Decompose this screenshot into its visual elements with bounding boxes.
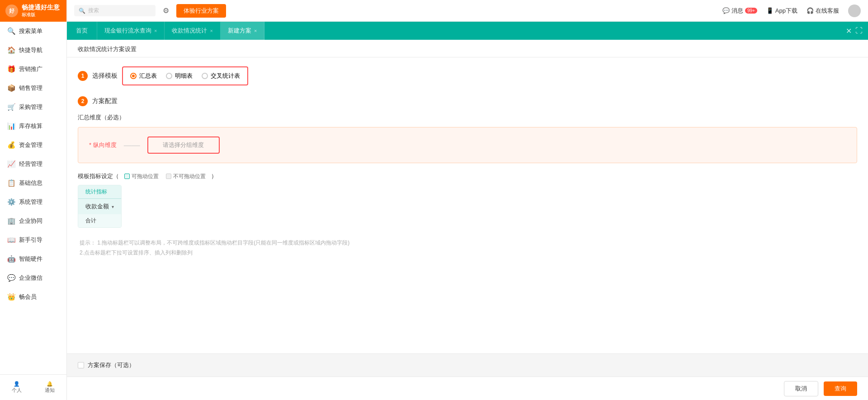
content-area: 收款情况统计方案设置 1 选择模板 汇总表 明细表 — [67, 40, 868, 376]
member-icon: 👑 — [7, 293, 15, 301]
metric-name-label: 收款金额 — [85, 202, 109, 211]
tab-bank-flow-close[interactable]: × — [154, 28, 157, 33]
marketing-icon: 🎁 — [7, 65, 15, 73]
inventory-icon: 📊 — [7, 122, 15, 130]
step1-header: 1 选择模板 汇总表 明细表 交叉统计表 — [78, 66, 857, 85]
config-section: 汇总维度（必选） * 纵向维度 —— 请选择分组维度 模板指标设定（ — [78, 113, 857, 258]
tab-bank-flow[interactable]: 现金银行流水查询 × — [97, 22, 165, 40]
sidebar-label-quick-nav: 快捷导航 — [19, 46, 42, 54]
online-service-item[interactable]: 🎧 在线客服 — [807, 7, 839, 15]
settings-icon[interactable]: ⚙ — [163, 6, 169, 15]
main-area: 🔍 搜索 ⚙ 体验行业方案 💬 消息 99+ 📱 App下载 🎧 在线客服 首页 — [67, 0, 868, 400]
sidebar-item-finance[interactable]: 💰 资金管理 — [0, 136, 66, 155]
step1-title: 选择模板 — [92, 72, 118, 80]
radio-detail[interactable]: 明细表 — [166, 72, 193, 80]
metric-table: 统计指标 收款金额 ▾ 合计 — [78, 185, 122, 228]
tab-close-all-icon[interactable]: ✕ — [846, 27, 852, 35]
tab-collection-stats[interactable]: 收款情况统计 × — [165, 22, 220, 40]
step1-section: 1 选择模板 汇总表 明细表 交叉统计表 — [78, 66, 857, 85]
metric-title-close: ） — [211, 172, 217, 180]
notification-item[interactable]: 💬 消息 99+ — [722, 7, 757, 15]
dimension-placeholder-box[interactable]: 请选择分组维度 — [147, 136, 220, 154]
save-checkbox[interactable] — [78, 362, 84, 368]
service-icon: 🎧 — [807, 7, 814, 14]
step2-header: 2 方案配置 — [78, 96, 857, 106]
app-download-item[interactable]: 📱 App下载 — [766, 7, 797, 15]
sidebar-label-purchase: 采购管理 — [19, 103, 42, 111]
tip-1: 提示： 1.拖动标题栏可以调整布局，不可跨维度或指标区域拖动栏目字段(只能在同一… — [78, 238, 857, 248]
tab-home[interactable]: 首页 — [67, 22, 97, 40]
wechat-icon: 💬 — [7, 274, 15, 282]
user-avatar[interactable] — [848, 5, 861, 17]
topbar: 🔍 搜索 ⚙ 体验行业方案 💬 消息 99+ 📱 App下载 🎧 在线客服 — [67, 0, 868, 22]
dimension-placeholder-text: 请选择分组维度 — [163, 141, 204, 148]
tab-home-label: 首页 — [76, 27, 88, 35]
topbar-search-box[interactable]: 🔍 搜索 — [74, 5, 156, 16]
metric-section-label: 模板指标设定（ — [78, 172, 119, 180]
radio-cross-circle — [202, 73, 208, 79]
smart-hw-icon: 🤖 — [7, 255, 15, 263]
sidebar-label-basic-info: 基础信息 — [19, 179, 42, 187]
radio-cross[interactable]: 交叉统计表 — [202, 72, 240, 80]
sidebar-item-quick-nav[interactable]: 🏠 快捷导航 — [0, 41, 66, 60]
sidebar-item-guide[interactable]: 📖 新手引导 — [0, 231, 66, 249]
purchase-icon: 🛒 — [7, 103, 15, 111]
metric-legend: 可拖动位置 不可拖动位置 — [124, 173, 206, 180]
sidebar-item-marketing[interactable]: 🎁 营销推广 — [0, 60, 66, 79]
sidebar-label-finance: 资金管理 — [19, 141, 42, 149]
sidebar-item-inventory[interactable]: 📊 库存核算 — [0, 117, 66, 136]
personal-icon: 👤 — [14, 381, 20, 387]
logo-icon: 好 — [5, 5, 18, 17]
tips-section: 提示： 1.拖动标题栏可以调整布局，不可跨维度或指标区域拖动栏目字段(只能在同一… — [78, 238, 857, 258]
sidebar-bottom-notify[interactable]: 🔔 通知 — [33, 378, 67, 396]
sidebar-label-operations: 经营管理 — [19, 160, 42, 168]
sidebar-item-basic-info[interactable]: 📋 基础信息 — [0, 174, 66, 193]
tab-new-plan-close[interactable]: × — [254, 28, 257, 33]
sidebar-bottom-personal[interactable]: 👤 个人 — [0, 378, 33, 396]
metric-table-header: 统计指标 — [78, 185, 121, 199]
cancel-button[interactable]: 取消 — [784, 381, 818, 396]
sidebar-item-wechat[interactable]: 💬 企业微信 — [0, 268, 66, 287]
radio-summary[interactable]: 汇总表 — [130, 72, 157, 80]
notify-icon: 🔔 — [47, 381, 53, 387]
finance-icon: 💰 — [7, 141, 15, 149]
tab-collection-stats-close[interactable]: × — [210, 28, 212, 33]
industry-btn[interactable]: 体验行业方案 — [176, 4, 226, 18]
personal-label: 个人 — [12, 387, 22, 394]
sidebar-label-inventory: 库存核算 — [19, 122, 42, 130]
sidebar-label-smart-hw: 智能硬件 — [19, 255, 42, 263]
sidebar-item-sales[interactable]: 📦 销售管理 — [0, 79, 66, 98]
tab-new-plan[interactable]: 新建方案 × — [221, 22, 264, 40]
sidebar-item-collab[interactable]: 🏢 企业协同 — [0, 212, 66, 231]
sidebar-item-operations[interactable]: 📈 经营管理 — [0, 155, 66, 174]
operations-icon: 📈 — [7, 160, 15, 168]
radio-summary-circle — [130, 73, 137, 79]
dimension-row-label: * 纵向维度 — [89, 141, 117, 149]
query-button[interactable]: 查询 — [824, 381, 857, 396]
sidebar-item-purchase[interactable]: 🛒 采购管理 — [0, 98, 66, 117]
topbar-right: 💬 消息 99+ 📱 App下载 🎧 在线客服 — [722, 5, 861, 17]
sidebar: 好 畅捷通好生意 标准版 🔍 搜索菜单 🏠 快捷导航 🎁 营销推广 📦 销售管理… — [0, 0, 67, 400]
guide-icon: 📖 — [7, 236, 15, 244]
radio-detail-label: 明细表 — [175, 72, 193, 80]
sidebar-label-collab: 企业协同 — [19, 217, 42, 225]
app-download-label: App下载 — [775, 7, 797, 15]
dimension-section-title: 汇总维度（必选） — [78, 113, 857, 122]
quick-nav-icon: 🏠 — [7, 46, 15, 54]
metric-title-row: 模板指标设定（ 可拖动位置 不可拖动位置 — [78, 172, 857, 180]
sidebar-item-search-menu[interactable]: 🔍 搜索菜单 — [0, 22, 66, 41]
legend-draggable: 可拖动位置 — [124, 173, 159, 180]
dimension-arrow-icon: —— — [124, 141, 140, 150]
tab-bank-flow-label: 现金银行流水查询 — [104, 27, 151, 35]
metric-section: 模板指标设定（ 可拖动位置 不可拖动位置 — [78, 172, 857, 229]
app-icon: 📱 — [766, 7, 774, 14]
tab-maximize-icon[interactable]: ⛶ — [855, 27, 863, 35]
notification-label: 消息 — [731, 7, 743, 15]
sidebar-item-member[interactable]: 👑 畅会员 — [0, 287, 66, 306]
message-icon: 💬 — [722, 7, 730, 14]
sidebar-item-smart-hw[interactable]: 🤖 智能硬件 — [0, 249, 66, 268]
sidebar-item-system[interactable]: ⚙️ 系统管理 — [0, 193, 66, 212]
metric-table-cell[interactable]: 收款金额 ▾ — [78, 199, 121, 214]
form-area: 1 选择模板 汇总表 明细表 交叉统计表 — [67, 57, 868, 353]
metric-sub-row: 合计 — [78, 214, 121, 227]
